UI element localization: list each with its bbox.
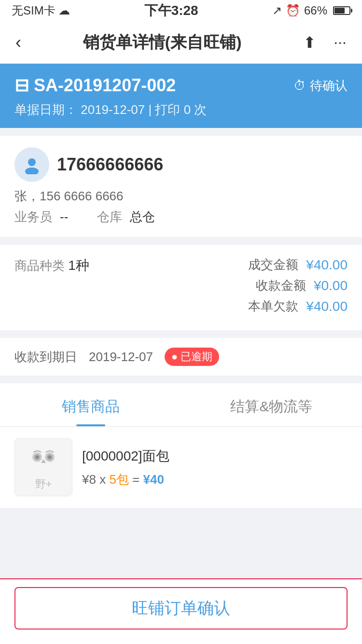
header-card: ⊟ SA-20191207-002 ⏱ 待确认 单据日期： 2019-12-07… <box>0 64 362 128</box>
customer-name-phone: 张，156 6666 6666 <box>14 188 348 205</box>
confirm-order-button[interactable]: 旺铺订单确认 <box>14 587 348 630</box>
tabs-section: 销售商品 结算&物流等 <box>0 383 362 508</box>
order-number: ⊟ SA-20191207-002 <box>14 75 176 96</box>
customer-section: 17666666666 张，156 6666 6666 业务员 -- 仓库 总仓 <box>0 136 362 237</box>
tab-settlement[interactable]: 结算&物流等 <box>181 383 362 426</box>
status-right: ↗ ⏰ 66% <box>272 4 350 17</box>
sales-person: 业务员 -- <box>14 209 68 225</box>
overdue-badge: ● 已逾期 <box>165 348 219 366</box>
product-section: 野+ [0000002]面包 ¥8 x 5包 = ¥40 <box>0 427 362 508</box>
summary-section: 商品种类 1种 成交金额 ¥40.00 收款金额 ¥0.00 本单欠款 ¥40.… <box>0 245 362 330</box>
svg-point-7 <box>48 456 51 459</box>
signal-text: 无SIM卡 ☁ <box>12 3 70 18</box>
share-button[interactable]: ⬆ <box>299 29 320 56</box>
owed-amount-row: 本单欠款 ¥40.00 <box>248 298 348 315</box>
due-date-section: 收款到期日 2019-12-07 ● 已逾期 <box>0 338 362 376</box>
tabs-header: 销售商品 结算&物流等 <box>0 383 362 427</box>
tab-sales-product[interactable]: 销售商品 <box>0 383 181 426</box>
svg-point-6 <box>36 456 39 459</box>
status-left: 无SIM卡 ☁ <box>12 3 70 18</box>
product-name: [0000002]面包 <box>82 447 348 465</box>
svg-point-1 <box>25 168 39 174</box>
product-info: [0000002]面包 ¥8 x 5包 = ¥40 <box>82 447 348 488</box>
received-amount-row: 收款金额 ¥0.00 <box>248 277 348 294</box>
customer-phone: 17666666666 <box>57 154 163 175</box>
product-type: 商品种类 1种 <box>14 256 89 275</box>
customer-avatar <box>14 147 49 182</box>
overdue-text: 已逾期 <box>181 350 212 364</box>
nav-actions: ⬆ ··· <box>299 29 350 56</box>
more-button[interactable]: ··· <box>330 29 350 55</box>
status-time: 下午3:28 <box>144 1 198 20</box>
due-date-value: 2019-12-07 <box>89 350 153 364</box>
bottom-bar: 旺铺订单确认 <box>0 578 362 644</box>
order-icon: ⊟ <box>14 75 29 96</box>
deal-amount-row: 成交金额 ¥40.00 <box>248 256 348 273</box>
back-button[interactable]: ‹ <box>12 28 25 56</box>
svg-point-0 <box>28 158 36 166</box>
order-date-info: 单据日期： 2019-12-07 | 打印 0 次 <box>14 101 348 118</box>
product-image: 野+ <box>14 438 72 496</box>
svg-marker-8 <box>41 459 46 463</box>
status-bar: 无SIM卡 ☁ 下午3:28 ↗ ⏰ 66% <box>0 0 362 21</box>
due-label: 收款到期日 <box>14 349 77 365</box>
product-price: ¥8 x 5包 = ¥40 <box>82 471 348 488</box>
overdue-icon: ● <box>171 350 178 363</box>
battery-icon <box>333 6 350 15</box>
alarm-icon: ⏰ <box>286 4 300 17</box>
location-icon: ↗ <box>272 4 282 17</box>
amount-summary: 成交金额 ¥40.00 收款金额 ¥0.00 本单欠款 ¥40.00 <box>248 256 348 319</box>
battery-text: 66% <box>304 4 327 17</box>
page-title: 销货单详情(来自旺铺) <box>83 31 242 54</box>
warehouse: 仓库 总仓 <box>97 209 155 225</box>
customer-meta: 业务员 -- 仓库 总仓 <box>14 209 348 225</box>
product-item: 野+ [0000002]面包 ¥8 x 5包 = ¥40 <box>14 438 348 496</box>
order-status: ⏱ 待确认 <box>293 77 348 94</box>
product-total: ¥40 <box>143 472 164 487</box>
status-clock-icon: ⏱ <box>293 78 306 93</box>
product-qty: 5包 <box>109 472 128 487</box>
nav-bar: ‹ 销货单详情(来自旺铺) ⬆ ··· <box>0 21 362 64</box>
